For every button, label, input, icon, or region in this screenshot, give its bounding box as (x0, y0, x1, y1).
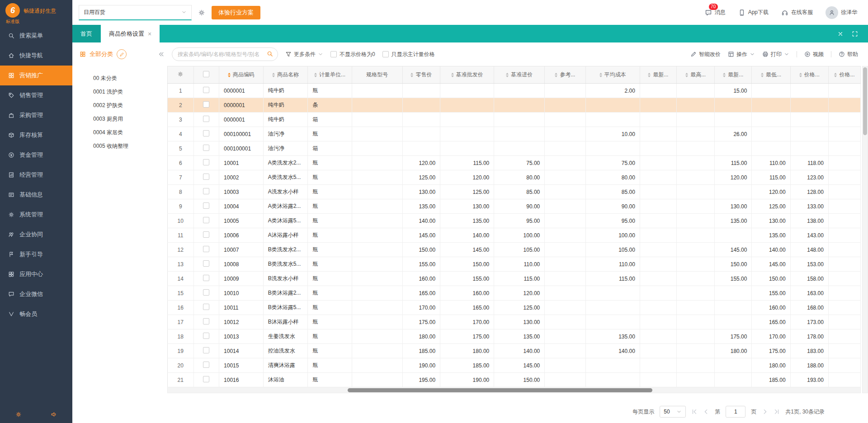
row-checkbox[interactable] (203, 318, 209, 324)
sort-icon[interactable] (451, 73, 454, 77)
table-row[interactable]: 1910014控油洗发水瓶185.00180.00140.00140.00180… (168, 344, 861, 358)
row-checkbox[interactable] (203, 246, 209, 252)
vertical-scrollbar[interactable] (862, 66, 868, 393)
row-checkbox[interactable] (203, 376, 209, 382)
sort-icon[interactable] (761, 73, 764, 77)
row-checkbox[interactable] (203, 159, 209, 165)
tab-home[interactable]: 首页 (72, 25, 100, 42)
sidebar-item-member[interactable]: 畅会员 (0, 304, 72, 324)
sort-icon[interactable] (599, 73, 602, 77)
table-row[interactable]: 1110006A沐浴露小样瓶145.00140.00100.00100.0013… (168, 228, 861, 243)
sort-icon[interactable] (506, 73, 509, 77)
hide-zero-price-checkbox[interactable]: 不显示价格为0 (330, 51, 375, 58)
column-header-reference[interactable]: 参考... (545, 66, 585, 84)
app-download-button[interactable]: App下载 (738, 9, 769, 16)
table-row[interactable]: 2010015清爽沐浴露瓶190.00185.00145.00180.00188… (168, 358, 861, 373)
column-header-retail_price[interactable]: 零售价 (402, 66, 440, 84)
sort-icon[interactable] (555, 73, 557, 77)
horizontal-scrollbar-thumb[interactable] (348, 388, 652, 392)
row-checkbox[interactable] (203, 188, 209, 194)
search-input[interactable] (172, 47, 278, 61)
row-checkbox[interactable] (203, 87, 209, 93)
close-tab-icon[interactable]: × (148, 31, 151, 37)
sidebar-item-wecom[interactable]: 企业微信 (0, 284, 72, 304)
column-header-base_wholesale_price[interactable]: 基准批发价 (440, 66, 494, 84)
table-row[interactable]: 1210007B类洗发水2...瓶150.00145.00105.00105.0… (168, 243, 861, 257)
first-page-button[interactable] (691, 409, 698, 415)
announcement-horn-icon[interactable] (51, 411, 57, 418)
category-item[interactable]: 00 未分类 (93, 71, 165, 85)
collapse-panel-button[interactable] (158, 51, 165, 57)
table-row[interactable]: 20000001纯牛奶条 (168, 98, 861, 113)
row-checkbox[interactable] (203, 289, 209, 296)
row-checkbox[interactable] (203, 130, 209, 136)
row-checkbox[interactable] (203, 145, 209, 151)
row-checkbox[interactable] (203, 333, 209, 339)
table-row[interactable]: 610001A类洗发水2...瓶120.00115.0075.0075.0011… (168, 156, 861, 170)
table-row[interactable]: 1310008B类洗发水5...瓶155.00150.00110.00110.0… (168, 257, 861, 272)
sort-icon[interactable] (685, 73, 688, 77)
sidebar-item-purchase[interactable]: 采购管理 (0, 105, 72, 125)
sort-icon[interactable] (314, 73, 317, 77)
edit-categories-button[interactable] (117, 49, 127, 59)
settings-gear-icon[interactable] (15, 411, 22, 418)
sort-icon[interactable] (648, 73, 651, 77)
table-row[interactable]: 1810013生姜洗发水瓶180.00175.00135.00135.00175… (168, 329, 861, 344)
select-all-checkbox[interactable] (203, 71, 209, 77)
row-checkbox[interactable] (203, 202, 209, 209)
column-header-code[interactable]: 商品编码 (219, 66, 264, 84)
video-button[interactable]: 视频 (804, 51, 824, 58)
sort-icon[interactable] (834, 73, 837, 77)
sidebar-item-quick-nav[interactable]: 快捷导航 (0, 46, 72, 66)
smart-reprice-button[interactable]: 智能改价 (690, 51, 721, 58)
sidebar-item-guide[interactable]: 新手引导 (0, 244, 72, 264)
row-checkbox[interactable] (203, 260, 209, 267)
prev-page-button[interactable] (703, 409, 709, 415)
table-row[interactable]: 30000001纯牛奶箱 (168, 113, 861, 127)
column-header-unit[interactable]: 计量单位... (308, 66, 352, 84)
row-checkbox[interactable] (203, 362, 209, 368)
row-checkbox[interactable] (203, 217, 209, 223)
table-row[interactable]: 810003A洗发水小样瓶130.00125.0085.0085.00120.0… (168, 185, 861, 199)
sidebar-item-base-info[interactable]: 基础信息 (0, 185, 72, 205)
sidebar-item-sales[interactable]: 销售管理 (0, 85, 72, 105)
category-item[interactable]: 0001 洗护类 (93, 85, 165, 99)
column-header-price_2[interactable]: 价格... (828, 66, 860, 84)
print-button[interactable]: 打印 (762, 51, 789, 58)
category-item[interactable]: 0003 厨房用 (93, 112, 165, 126)
industry-solution-button[interactable]: 体验行业方案 (212, 6, 260, 19)
row-checkbox[interactable] (203, 304, 209, 310)
app-logo[interactable]: 6 畅捷通好生意 标准版 (0, 0, 72, 25)
table-row[interactable]: 1610011B类沐浴露5...瓶170.00165.00125.00160.0… (168, 301, 861, 315)
table-row[interactable]: 710002A类洗发水5...瓶125.00120.0080.0080.0012… (168, 170, 861, 185)
last-page-button[interactable] (774, 409, 780, 415)
tab-price-settings[interactable]: 商品价格设置× (101, 25, 160, 42)
sort-icon[interactable] (228, 73, 231, 77)
company-settings-gear-icon[interactable] (198, 9, 205, 16)
column-header-spec[interactable]: 规格型号 (352, 66, 402, 84)
sidebar-item-funds[interactable]: 资金管理 (0, 145, 72, 165)
sidebar-item-system[interactable]: 系统管理 (0, 205, 72, 225)
search-icon[interactable] (267, 51, 273, 57)
per-page-select[interactable]: 50 (660, 406, 686, 418)
table-row[interactable]: 1510010B类沐浴露2...瓶165.00160.00120.00155.0… (168, 286, 861, 301)
vertical-scrollbar-thumb[interactable] (863, 67, 867, 135)
category-item[interactable]: 0005 收纳整理 (93, 139, 165, 153)
column-header-base_purchase_price[interactable]: 基准进价 (494, 66, 545, 84)
sidebar-item-business[interactable]: 经营管理 (0, 165, 72, 185)
close-all-tabs-icon[interactable] (837, 31, 844, 37)
help-button[interactable]: 帮助 (839, 51, 858, 58)
table-row[interactable]: 910004A类沐浴露2...瓶135.00130.0090.0090.0013… (168, 199, 861, 214)
sidebar-item-app-center[interactable]: 应用中心 (0, 264, 72, 284)
sidebar-item-collaboration[interactable]: 企业协同 (0, 225, 72, 244)
column-header-latest_1[interactable]: 最新... (640, 66, 676, 84)
sort-icon[interactable] (723, 73, 726, 77)
horizontal-scrollbar[interactable] (167, 387, 861, 393)
operations-button[interactable]: 操作 (728, 51, 755, 58)
table-row[interactable]: 1010005A类沐浴露5...瓶140.00135.0095.0095.001… (168, 214, 861, 228)
sort-icon[interactable] (410, 73, 413, 77)
fullscreen-icon[interactable] (852, 31, 858, 37)
category-item[interactable]: 0004 家居类 (93, 126, 165, 139)
column-header-latest_2[interactable]: 最新... (715, 66, 752, 84)
column-settings-header[interactable] (168, 66, 194, 84)
